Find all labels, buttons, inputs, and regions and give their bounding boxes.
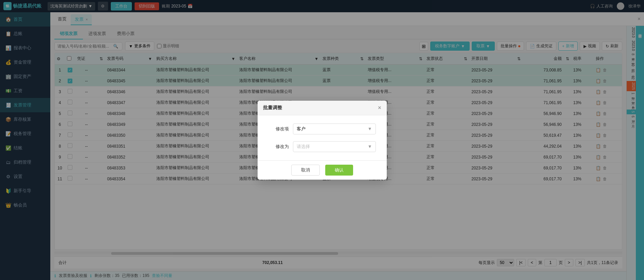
field-row: 修改项 客户 ▼ <box>268 123 376 134</box>
value-label: 修改为 <box>268 144 289 150</box>
batch-adjust-modal: 批量调整 × 修改项 客户 ▼ 修改为 请选择 ▼ 取消 确认 <box>258 101 387 180</box>
chevron-down-icon2: ▼ <box>368 144 372 149</box>
modal-title: 批量调整 <box>263 105 282 111</box>
modal-overlay[interactable]: 批量调整 × 修改项 客户 ▼ 修改为 请选择 ▼ 取消 确认 <box>0 0 644 280</box>
cancel-btn[interactable]: 取消 <box>291 165 320 176</box>
field-value: 客户 <box>297 126 306 132</box>
modal-close-btn[interactable]: × <box>378 105 381 111</box>
field-label: 修改项 <box>268 126 289 132</box>
field-select[interactable]: 客户 ▼ <box>293 123 376 134</box>
modal-body: 修改项 客户 ▼ 修改为 请选择 ▼ <box>258 115 387 160</box>
chevron-down-icon: ▼ <box>368 126 372 131</box>
modal-header: 批量调整 × <box>258 101 387 115</box>
modal-footer: 取消 确认 <box>258 160 387 180</box>
value-select[interactable]: 请选择 ▼ <box>293 141 376 152</box>
confirm-btn[interactable]: 确认 <box>325 165 353 176</box>
value-row: 修改为 请选择 ▼ <box>268 141 376 152</box>
value-placeholder: 请选择 <box>297 144 310 150</box>
